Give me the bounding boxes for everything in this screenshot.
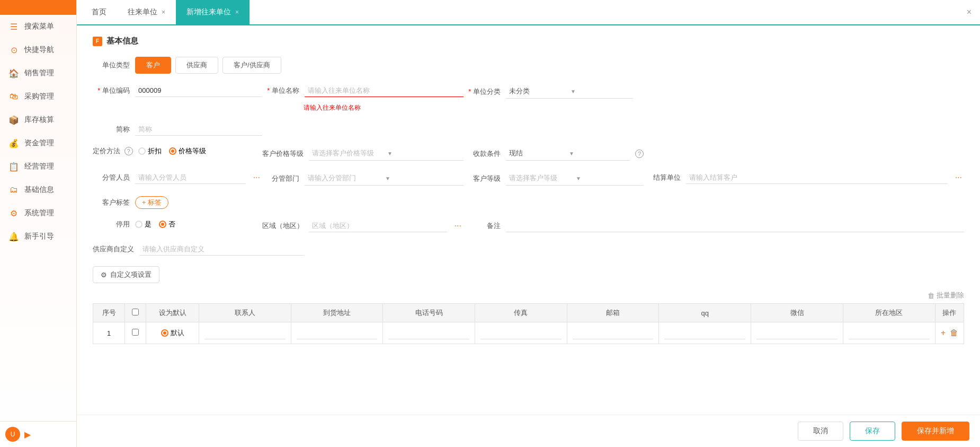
contact-input[interactable] — [204, 327, 286, 339]
save-button[interactable]: 保存 — [850, 422, 895, 441]
col-qq: qq — [659, 304, 751, 322]
default-radio-item[interactable]: 默认 — [152, 328, 193, 338]
pricing-method-label: 定价方法 ? — [93, 146, 133, 156]
unit-type-both-button[interactable]: 客户/供应商 — [222, 57, 281, 74]
unit-name-error: 请输入往来单位名称 — [304, 104, 361, 111]
tab-home[interactable]: 首页 — [81, 0, 117, 25]
sidebar-item-purchase[interactable]: 🛍 采购管理 — [0, 85, 76, 108]
row-phone[interactable] — [383, 322, 475, 344]
pricing-discount-option[interactable]: 折扣 — [138, 146, 162, 156]
batch-delete-label: 批量删除 — [937, 291, 964, 300]
supplier-custom-label: 供应商自定义 — [93, 244, 134, 254]
sidebar-item-system[interactable]: ⚙ 系统管理 — [0, 201, 76, 225]
tab-contact-units[interactable]: 往来单位 × — [117, 0, 176, 25]
purchase-icon: 🛍 — [8, 91, 19, 102]
no-radio[interactable] — [159, 221, 166, 228]
row-checkbox[interactable] — [132, 329, 139, 336]
row-region-input[interactable] — [849, 327, 930, 339]
row-actions: + 🗑 — [935, 322, 964, 344]
window-close-button[interactable]: × — [967, 7, 972, 17]
custom-settings-button[interactable]: ⚙ 自定义项设置 — [93, 266, 159, 283]
customer-price-level-select[interactable]: 请选择客户价格等级 ▼ — [309, 146, 464, 161]
default-radio[interactable] — [161, 329, 168, 337]
row-wechat[interactable] — [751, 322, 843, 344]
row-address[interactable] — [291, 322, 383, 344]
content-area: F 基本信息 单位类型 客户 供应商 客户/供应商 单位编码 单位名称 — [77, 25, 980, 415]
sidebar-item-finance[interactable]: 💰 资金管理 — [0, 132, 76, 155]
sidebar-item-quick-nav[interactable]: ⊙ 快捷导航 — [0, 38, 76, 62]
region-more-button[interactable]: ··· — [452, 221, 464, 231]
row-region[interactable] — [843, 322, 935, 344]
add-row-button[interactable]: + — [941, 328, 946, 338]
no-label: 否 — [168, 220, 175, 229]
settlement-unit-more-button[interactable]: ··· — [953, 173, 964, 182]
sidebar-item-basic-info-label: 基础信息 — [24, 185, 54, 195]
batch-delete-button[interactable]: 🗑 批量删除 — [928, 291, 964, 300]
select-all-checkbox[interactable] — [132, 309, 139, 315]
tab-home-label: 首页 — [92, 7, 106, 17]
unit-info-row: 单位编码 单位名称 请输入往来单位名称 单位分类 未分类 ▼ — [93, 84, 964, 112]
department-select[interactable]: 请输入分管部门 ▼ — [305, 171, 464, 186]
sidebar-item-quick-nav-label: 快捷导航 — [24, 45, 54, 55]
tab-add-contact[interactable]: 新增往来单位 × — [176, 0, 250, 25]
table-row: 1 默认 — [93, 322, 964, 344]
unit-code-input[interactable] — [135, 84, 262, 97]
payment-terms-help-icon[interactable]: ? — [635, 150, 644, 158]
row-contact[interactable] — [199, 322, 291, 344]
pricing-radio-group: 折扣 价格等级 — [138, 146, 206, 156]
cancel-button[interactable]: 取消 — [798, 422, 843, 441]
email-input[interactable] — [573, 327, 654, 339]
discount-radio[interactable] — [138, 147, 146, 155]
pricing-help-icon[interactable]: ? — [124, 147, 133, 155]
guide-icon: 🔔 — [8, 231, 19, 242]
tab-add-contact-close[interactable]: × — [235, 8, 239, 16]
abbreviation-input[interactable] — [135, 123, 262, 136]
payment-terms-group: 收款条件 现结 ▼ ? — [464, 146, 644, 161]
price-level-label: 价格等级 — [179, 146, 206, 156]
sidebar-item-basic-info[interactable]: 🗂 基础信息 — [0, 178, 76, 201]
unit-type-supplier-button[interactable]: 供应商 — [175, 57, 218, 74]
disabled-yes-option[interactable]: 是 — [135, 220, 152, 229]
disabled-radio-group: 是 否 — [135, 220, 175, 229]
sidebar-item-sales[interactable]: 🏠 销售管理 — [0, 62, 76, 85]
qq-input[interactable] — [664, 327, 745, 339]
row-qq[interactable] — [659, 322, 751, 344]
save-and-new-button[interactable]: 保存并新增 — [902, 422, 969, 441]
search-icon: ☰ — [8, 21, 19, 32]
manager-input[interactable] — [135, 171, 246, 184]
add-tag-label: + 标签 — [142, 198, 162, 207]
supplier-custom-row: 供应商自定义 — [93, 243, 964, 256]
home-icon: ⊙ — [8, 45, 19, 55]
sidebar-item-operations[interactable]: 📋 经营管理 — [0, 155, 76, 178]
pricing-level-option[interactable]: 价格等级 — [169, 146, 206, 156]
unit-category-select[interactable]: 未分类 ▼ — [506, 84, 633, 99]
manager-more-button[interactable]: ··· — [251, 173, 262, 182]
phone-input[interactable] — [388, 327, 469, 339]
delete-row-button[interactable]: 🗑 — [950, 328, 958, 338]
sidebar-item-inventory[interactable]: 📦 库存核算 — [0, 108, 76, 132]
customer-price-level-placeholder: 请选择客户价格等级 — [312, 148, 385, 158]
price-level-radio[interactable] — [169, 147, 176, 155]
fax-input[interactable] — [480, 327, 562, 339]
disabled-no-option[interactable]: 否 — [159, 220, 175, 229]
row-fax[interactable] — [475, 322, 567, 344]
unit-name-input[interactable] — [305, 84, 464, 97]
yes-radio[interactable] — [135, 221, 142, 228]
remarks-input[interactable] — [506, 220, 964, 232]
settlement-unit-input[interactable] — [686, 171, 948, 184]
row-email[interactable] — [567, 322, 659, 344]
customer-level-select[interactable]: 请选择客户等级 ▼ — [506, 171, 644, 186]
unit-type-customer-button[interactable]: 客户 — [135, 57, 171, 74]
wechat-input[interactable] — [756, 327, 838, 339]
sidebar-item-search[interactable]: ☰ 搜索菜单 — [0, 15, 76, 38]
address-input[interactable] — [297, 327, 378, 339]
tab-contact-units-close[interactable]: × — [162, 8, 165, 16]
supplier-custom-input[interactable] — [139, 243, 305, 256]
chevron-down-icon-5: ▼ — [576, 176, 640, 181]
delete-icon: 🗑 — [928, 292, 934, 300]
sidebar-item-guide[interactable]: 🔔 新手引导 — [0, 225, 76, 248]
manager-row: 分管人员 ··· 分管部门 请输入分管部门 ▼ 客户等级 请选择客户等级 ▼ 结… — [93, 171, 964, 186]
region-input[interactable] — [309, 220, 447, 232]
payment-terms-select[interactable]: 现结 ▼ — [506, 146, 630, 161]
add-tag-button[interactable]: + 标签 — [135, 196, 168, 209]
